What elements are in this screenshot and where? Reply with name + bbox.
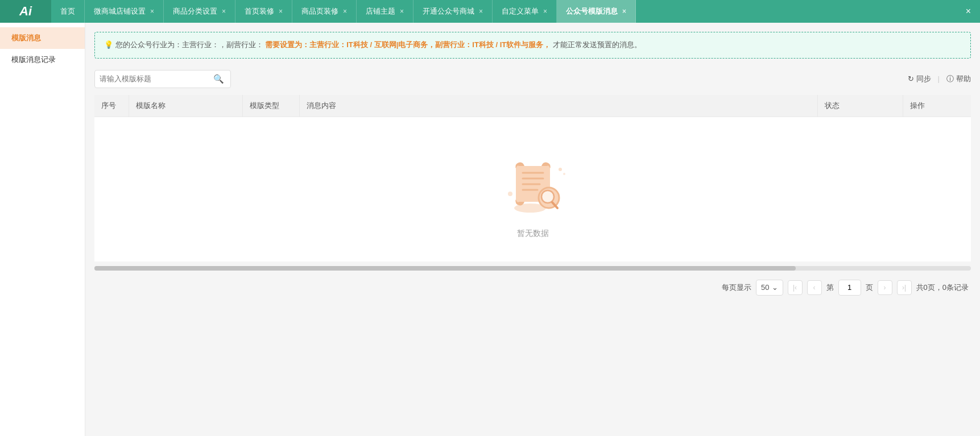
- svg-point-6: [541, 190, 554, 203]
- page-size-value: 50: [761, 283, 769, 292]
- data-table: 序号 模版名称 模版类型 消息内容 状态 操作: [94, 95, 971, 261]
- chevron-down-icon: ⌄: [772, 283, 778, 292]
- toolbar-divider: |: [938, 74, 940, 83]
- empty-illustration: [499, 151, 567, 219]
- svg-point-10: [508, 192, 512, 196]
- tab-template-msg[interactable]: 公众号模版消息 ×: [557, 0, 636, 23]
- search-input-wrap: 🔍: [94, 70, 231, 88]
- tab-home[interactable]: 首页: [51, 0, 85, 23]
- tab-store-theme[interactable]: 店铺主题 ×: [357, 0, 413, 23]
- tab-open-mall[interactable]: 开通公众号商城 ×: [413, 0, 493, 23]
- col-index: 序号: [94, 95, 129, 117]
- page-number-input[interactable]: [838, 280, 861, 296]
- tab-close-home-decor[interactable]: ×: [279, 7, 283, 15]
- content-area: 💡 您的公众号行业为：主营行业：，副营行业： 需要设置为：主营行业：IT科技 /…: [85, 23, 980, 436]
- col-name: 模版名称: [129, 95, 242, 117]
- tab-close-product-decor[interactable]: ×: [343, 7, 347, 15]
- search-input[interactable]: [100, 74, 213, 83]
- sync-button[interactable]: ↻ 同步: [908, 74, 931, 84]
- next-page-button[interactable]: ›: [878, 280, 892, 295]
- close-all-tabs-button[interactable]: ×: [957, 0, 980, 23]
- total-info: 共0页，0条记录: [916, 283, 969, 293]
- col-content: 消息内容: [299, 95, 817, 117]
- tab-home-decor[interactable]: 首页装修 ×: [235, 0, 292, 23]
- tab-close-custom-menu[interactable]: ×: [543, 7, 547, 15]
- scroll-thumb[interactable]: [94, 266, 796, 271]
- toolbar-right: ↻ 同步 | ⓘ 帮助: [908, 74, 971, 84]
- sidebar: 模版消息 模版消息记录: [0, 23, 85, 436]
- tab-close-category-settings[interactable]: ×: [222, 7, 226, 15]
- help-icon: ⓘ: [946, 74, 954, 84]
- last-page-button[interactable]: ›|: [897, 280, 912, 295]
- notice-box: 💡 您的公众号行业为：主营行业：，副营行业： 需要设置为：主营行业：IT科技 /…: [94, 32, 971, 59]
- tab-shop-settings[interactable]: 微商城店铺设置 ×: [85, 0, 164, 23]
- search-row: 🔍 ↻ 同步 | ⓘ 帮助: [94, 70, 971, 88]
- svg-point-8: [559, 168, 562, 171]
- search-button[interactable]: 🔍: [213, 74, 224, 84]
- tab-close-open-mall[interactable]: ×: [479, 7, 483, 15]
- svg-point-9: [563, 173, 565, 175]
- table-header-row: 序号 模版名称 模版类型 消息内容 状态 操作: [94, 95, 971, 117]
- help-button[interactable]: ⓘ 帮助: [946, 74, 971, 84]
- pagination-row: 每页显示 50 ⌄ |‹ ‹ 第 页 › ›| 共0页，0条记录: [94, 275, 971, 300]
- empty-text: 暂无数据: [517, 229, 549, 239]
- sidebar-item-template-msg[interactable]: 模版消息: [0, 27, 85, 49]
- tab-product-decor[interactable]: 商品页装修 ×: [292, 0, 357, 23]
- first-page-button[interactable]: |‹: [788, 280, 803, 295]
- tab-category-settings[interactable]: 商品分类设置 ×: [164, 0, 235, 23]
- col-type: 模版类型: [242, 95, 299, 117]
- page-size-label: 每页显示: [722, 283, 751, 293]
- sync-icon: ↻: [908, 74, 914, 83]
- tab-bar: 首页 微商城店铺设置 × 商品分类设置 × 首页装修 × 商品页装修 × 店铺主…: [0, 0, 980, 23]
- empty-state: 暂无数据: [94, 117, 971, 261]
- tab-close-store-theme[interactable]: ×: [400, 7, 404, 15]
- main-layout: 模版消息 模版消息记录 💡 您的公众号行业为：主营行业：，副营行业： 需要设置为…: [0, 23, 980, 436]
- logo: Ai: [0, 0, 51, 23]
- page-label-pre: 第: [826, 283, 834, 293]
- tab-custom-menu[interactable]: 自定义菜单 ×: [493, 0, 557, 23]
- col-action: 操作: [903, 95, 971, 117]
- prev-page-button[interactable]: ‹: [807, 280, 822, 295]
- tab-close-shop-settings[interactable]: ×: [150, 7, 154, 15]
- horizontal-scrollbar[interactable]: [94, 266, 971, 271]
- col-status: 状态: [817, 95, 903, 117]
- tab-close-template-msg[interactable]: ×: [622, 7, 626, 15]
- page-size-select[interactable]: 50 ⌄: [756, 280, 783, 296]
- page-label-post: 页: [866, 283, 873, 293]
- sidebar-item-template-msg-record[interactable]: 模版消息记录: [0, 49, 85, 70]
